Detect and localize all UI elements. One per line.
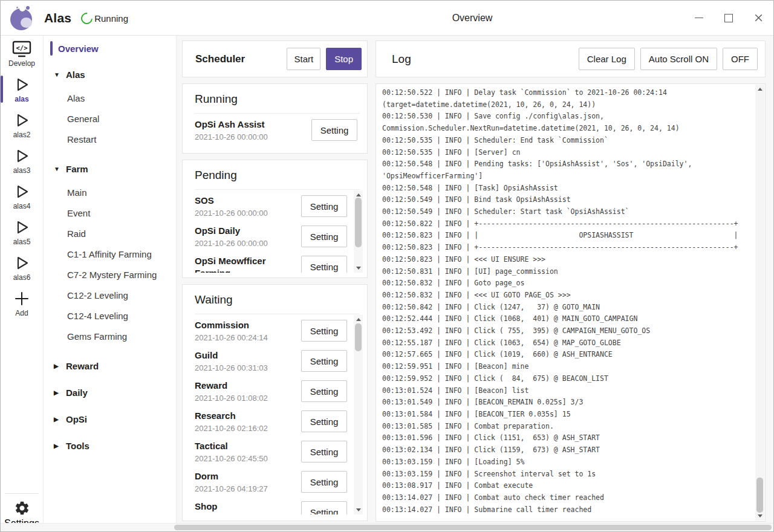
rail-item-alas4[interactable]: alas4 [1,178,43,214]
nav-group-daily[interactable]: ▶Daily [43,379,176,406]
task-name: OpSi Ash Assist [195,114,302,131]
task-setting-button[interactable]: Setting [301,350,347,372]
auto-scroll-off-button[interactable]: OFF [723,48,758,70]
log-line: 00:12:50.535 | INFO | [Server] cn [382,147,748,159]
task-name: Research [195,406,302,422]
rail-item-alas3[interactable]: alas3 [1,143,43,178]
scrollbar-thumb[interactable] [355,198,362,247]
log-line: 00:13:14.027 | INFO | Combat auto check … [382,492,748,504]
maximize-button[interactable] [723,13,734,24]
chevron-right-icon: ▶ [54,443,66,449]
start-button[interactable]: Start [287,48,320,70]
auto-scroll-on-button[interactable]: Auto Scroll ON [640,48,717,70]
nav-group-alas[interactable]: ▼Alas [43,61,176,88]
task-setting-button[interactable]: Setting [301,225,347,247]
nav-item-alas[interactable]: Alas [43,88,176,108]
rail-item-alas5[interactable]: alas5 [1,214,43,250]
task-name: Dorm [195,466,302,482]
nav-group-reward[interactable]: ▶Reward [43,352,176,379]
running-task-list: OpSi Ash Assist2021-10-26 00:00:00Settin… [183,114,367,148]
task-setting-button[interactable]: Setting [301,320,347,342]
task-setting-button[interactable]: Setting [301,441,347,462]
chevron-right-icon: ▶ [54,363,66,369]
task-name: Reward [195,375,302,392]
log-line: 00:12:59.952 | INFO | Click ( 84, 675) @… [382,373,748,385]
log-line: 00:12:59.951 | INFO | [Beacon] mine [382,361,748,373]
scroll-down-icon[interactable] [354,506,363,514]
log-line: 00:13:08.917 | INFO | Combat execute [382,480,748,492]
pending-scrollbar[interactable] [354,190,363,273]
task-name: SOS [195,190,302,207]
scroll-up-icon[interactable] [354,316,363,323]
nav-item-main[interactable]: Main [43,182,176,203]
nav-item-overview[interactable]: Overview [43,36,176,61]
task-setting-button[interactable]: Setting [301,195,347,217]
chevron-right-icon: ▶ [54,389,66,396]
clear-log-button[interactable]: Clear Log [579,48,635,70]
add-icon [13,289,31,308]
nav-item-restart[interactable]: Restart [43,129,176,149]
task-setting-button[interactable]: Setting [301,501,347,514]
rail-item-alas6[interactable]: alas6 [1,250,43,285]
task-setting-button[interactable]: Setting [301,471,347,493]
scroll-down-icon[interactable] [354,264,363,272]
nav-group-label: Alas [66,70,85,80]
stop-button[interactable]: Stop [326,48,362,70]
waiting-scrollbar[interactable] [354,315,363,514]
task-row: OpSi Daily2021-10-26 00:00:00Setting [183,221,367,251]
task-setting-button[interactable]: Setting [311,119,357,141]
scroll-down-icon[interactable] [755,512,764,520]
scrollbar-thumb[interactable] [355,323,362,351]
divider [195,113,360,114]
task-name: Commission [195,315,302,331]
nav-item-general[interactable]: General [43,108,176,129]
log-line: 'OpsiMeowfficerFarming'] [382,170,748,183]
window-controls [694,1,764,35]
horizontal-scrollbar[interactable] [1,523,773,531]
rail-item-develop[interactable]: </>Develop [1,36,43,71]
nav-item-c7-2-mystery-farming[interactable]: C7-2 Mystery Farming [43,264,176,285]
log-panel: 00:12:50.522 | INFO | Delay task `Commis… [376,83,766,522]
divider [195,314,360,314]
rail-item-alas[interactable]: alas [1,71,43,107]
close-button[interactable] [753,13,764,24]
log-title: Log [392,53,573,66]
rail-item-label: alas5 [13,238,31,246]
log-header-panel: Log Clear Log Auto Scroll ON OFF [376,41,766,77]
log-line: 00:12:50.549 | INFO | Scheduler: Start t… [382,206,748,218]
task-row: Commission2021-10-26 00:24:14Setting [183,315,367,345]
nav-group-tools[interactable]: ▶Tools [43,432,176,459]
play-icon [13,218,31,237]
sidebar-nav: Overview▼AlasAlasGeneralRestart▼FarmMain… [43,36,177,531]
task-setting-button[interactable]: Setting [301,410,347,432]
running-spinner-icon [79,10,95,27]
nav-item-c1-1-affinity-farming[interactable]: C1-1 Affinity Farming [43,244,176,264]
nav-item-event[interactable]: Event [43,203,176,223]
task-row: Tactical2021-10-26 02:45:50Setting [183,436,367,466]
rail-item-label: alas3 [13,166,31,175]
nav-group-farm[interactable]: ▼Farm [43,155,176,182]
chevron-down-icon: ▼ [54,166,66,172]
nav-group-opsi[interactable]: ▶OpSi [43,406,176,432]
nav-item-c12-4-leveling[interactable]: C12-4 Leveling [43,305,176,326]
rail-item-label: alas [15,95,28,103]
task-setting-button[interactable]: Setting [301,380,347,402]
rail-item-add[interactable]: Add [1,285,43,321]
nav-item-gems-farming[interactable]: Gems Farming [43,326,176,346]
task-setting-button[interactable]: Setting [301,256,347,273]
log-line: 00:13:14.027 | INFO | Submarine call tim… [382,504,748,516]
play-icon [13,146,31,166]
log-line: 00:13:03.159 | INFO | [Loading] 5% [382,456,748,469]
play-icon [13,253,31,273]
log-scrollbar[interactable] [755,85,764,521]
scrollbar-thumb[interactable] [756,478,763,513]
waiting-panel: Waiting Commission2021-10-26 00:24:14Set… [182,284,368,521]
nav-item-raid[interactable]: Raid [43,223,176,244]
scheduler-panel: Scheduler Start Stop [182,41,368,77]
rail-item-alas2[interactable]: alas2 [1,107,43,143]
nav-item-c12-2-leveling[interactable]: C12-2 Leveling [43,285,176,305]
scroll-up-icon[interactable] [755,85,764,93]
minimize-button[interactable] [694,13,704,24]
scrollbar-thumb[interactable] [174,525,772,530]
log-column: Log Clear Log Auto Scroll ON OFF 00:12:5… [376,41,766,522]
